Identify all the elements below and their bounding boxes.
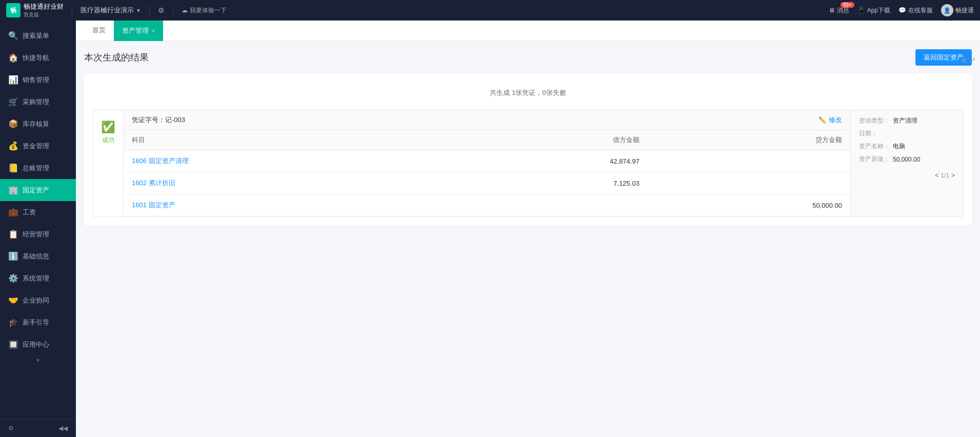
result-panel: 共生成 1张凭证，0张失败 ✅ 成功 [84, 74, 972, 225]
status-label: 成功 [102, 136, 114, 145]
fixed-assets-icon: 🏢 [8, 185, 17, 195]
sidebar-item-cooperation[interactable]: 🤝 企业协同 [0, 289, 76, 311]
sidebar-item-fixed-assets[interactable]: 🏢 固定资产 [0, 179, 76, 201]
table-row: 1601 固定资产 50,000.00 [124, 194, 850, 216]
operations-icon: 📋 [8, 229, 17, 239]
sidebar-item-system[interactable]: ⚙️ 系统管理 [0, 267, 76, 289]
sidebar-item-label: 基础信息 [23, 252, 49, 261]
settings-gear-icon[interactable]: ⚙ [158, 6, 165, 14]
notification-icon: 🖥 [829, 7, 835, 14]
sidebar-item-ledger[interactable]: 📒 总账管理 [0, 157, 76, 179]
account-cell: 1602 累计折旧 [124, 172, 445, 194]
account-cell: 1606 固定资产清理 [124, 150, 445, 172]
sidebar-item-operations[interactable]: 📋 经营管理 [0, 223, 76, 245]
payroll-icon: 💼 [8, 207, 17, 217]
sidebar-item-app-center[interactable]: 🔲 应用中心 [0, 333, 76, 355]
sidebar-item-purchase[interactable]: 🛒 采购管理 [0, 91, 76, 113]
main-layout: 🔍 搜索菜单 🏠 快捷导航 📊 销售管理 🛒 采购管理 📦 库存核算 💰 资金管… [0, 21, 980, 437]
edit-button[interactable]: ✏️ 修改 [818, 115, 842, 125]
page-content: 本次生成的结果 返回固定资产 共生成 1张凭证，0张失败 ✅ 成功 [76, 41, 980, 437]
voucher-number: 凭证字号：记-003 [132, 115, 185, 125]
tab-home-label: 首页 [92, 26, 106, 35]
sidebar-item-basic-info[interactable]: ℹ️ 基础信息 [0, 245, 76, 267]
finance-icon: 💰 [8, 141, 17, 151]
app-download-button[interactable]: 📱 App下载 [857, 6, 890, 15]
debit-cell: 42,874.97 [445, 150, 648, 172]
online-support-label: 在线客服 [908, 6, 933, 15]
asset-name-value: 电脑 [893, 142, 905, 151]
account-cell: 1601 固定资产 [124, 194, 445, 216]
account-link[interactable]: 1602 累计折旧 [132, 179, 175, 187]
expand-button[interactable]: ⤢ [969, 55, 976, 65]
change-type-value: 资产清理 [893, 116, 917, 125]
project-name: 医疗器械行业演示 [81, 6, 134, 15]
sidebar-item-label: 搜索菜单 [23, 31, 49, 41]
result-summary: 共生成 1张凭证，0张失败 [92, 82, 964, 104]
tab-asset-label: 资产管理 [122, 26, 149, 35]
table-header-row: 科目 借方金额 贷方金额 [124, 130, 850, 150]
sidebar-item-label: 资金管理 [23, 142, 49, 151]
sidebar-collapse-icon[interactable]: ◀◀ [58, 425, 68, 432]
logo-text: 畅捷通好业财 [24, 2, 64, 11]
content-wrapper: 首页 资产管理 × 本次生成的结果 返回固定资产 共生成 1张凭证，0张失败 [76, 21, 980, 437]
guide-icon: 🎓 [8, 317, 17, 327]
sidebar-scroll-down[interactable]: ▼ [0, 355, 76, 365]
credit-cell [648, 172, 850, 194]
inventory-icon: 📦 [8, 119, 17, 129]
voucher-main: 凭证字号：记-003 ✏️ 修改 科目 [124, 110, 850, 216]
edit-label: 修改 [829, 115, 842, 125]
col-debit-header: 借方金额 [445, 130, 648, 150]
sales-icon: 📊 [8, 75, 17, 85]
original-value-value: 50,000.00 [893, 156, 920, 163]
status-success: ✅ 成功 [101, 121, 115, 145]
project-selector[interactable]: 医疗器械行业演示 ▼ [81, 6, 141, 15]
sidebar-settings-icon[interactable]: ⚙ [8, 425, 14, 432]
col-credit-header: 贷方金额 [648, 130, 850, 150]
purchase-icon: 🛒 [8, 97, 17, 107]
date-label: 日期： [859, 129, 877, 138]
account-link[interactable]: 1601 固定资产 [132, 201, 175, 209]
tab-close-icon[interactable]: × [152, 28, 155, 34]
sidebar-item-guide[interactable]: 🎓 新手引导 [0, 311, 76, 333]
pagination-next[interactable]: > [951, 172, 955, 179]
tab-home[interactable]: 首页 [84, 21, 114, 41]
sidebar-item-label: 采购管理 [23, 97, 49, 107]
asset-name-label: 资产名称： [859, 142, 890, 151]
close-button[interactable]: ✕ [961, 55, 967, 65]
logo-icon: 畅 [6, 3, 21, 17]
pagination-info: 1/1 [941, 172, 949, 179]
sidebar-item-label: 总账管理 [23, 164, 49, 173]
sidebar-item-finance[interactable]: 💰 资金管理 [0, 135, 76, 157]
topbar-divider [72, 5, 72, 15]
home-icon: 🏠 [8, 53, 17, 63]
basic-info-icon: ℹ️ [8, 251, 17, 261]
change-type-row: 变动类型： 资产清理 [859, 116, 955, 125]
ledger-icon: 📒 [8, 163, 17, 173]
sidebar-item-quick-nav[interactable]: 🏠 快捷导航 [0, 47, 76, 69]
sidebar-item-label: 销售管理 [23, 75, 49, 85]
credit-cell: 50,000.00 [648, 194, 850, 216]
user-menu[interactable]: 👤 畅捷通 [941, 4, 974, 16]
topbar-divider3 [173, 5, 173, 15]
pagination-prev[interactable]: < [935, 172, 938, 179]
voucher-card: ✅ 成功 凭证字号：记-003 ✏️ 修改 [92, 110, 964, 217]
table-row: 1602 累计折旧 7,125.03 [124, 172, 850, 194]
topbar-logo: 畅 畅捷通好业财 普及版 [6, 2, 64, 18]
asset-name-row: 资产名称： 电脑 [859, 142, 955, 151]
online-support-button[interactable]: 💬 在线客服 [898, 6, 933, 15]
account-link[interactable]: 1606 固定资产清理 [132, 157, 189, 165]
sidebar-item-label: 库存核算 [23, 120, 49, 129]
sidebar-item-inventory[interactable]: 📦 库存核算 [0, 113, 76, 135]
sidebar-item-label: 固定资产 [23, 186, 49, 195]
topbar: 畅 畅捷通好业财 普及版 医疗器械行业演示 ▼ ⚙ ☁ 我要体验一下 🖥 消息 … [0, 0, 980, 21]
notification-button[interactable]: 🖥 消息 99+ [829, 6, 849, 15]
sidebar-item-sales[interactable]: 📊 销售管理 [0, 69, 76, 91]
page-header: 本次生成的结果 返回固定资产 [84, 49, 972, 66]
sidebar-item-label: 经营管理 [23, 230, 49, 239]
experience-button[interactable]: ☁ 我要体验一下 [182, 6, 227, 15]
sidebar-item-payroll[interactable]: 💼 工资 [0, 201, 76, 223]
voucher-status-col: ✅ 成功 [93, 110, 124, 216]
sidebar-item-search[interactable]: 🔍 搜索菜单 [0, 25, 76, 47]
tab-asset-management[interactable]: 资产管理 × [114, 21, 163, 41]
original-value-label: 资产原值： [859, 155, 890, 164]
